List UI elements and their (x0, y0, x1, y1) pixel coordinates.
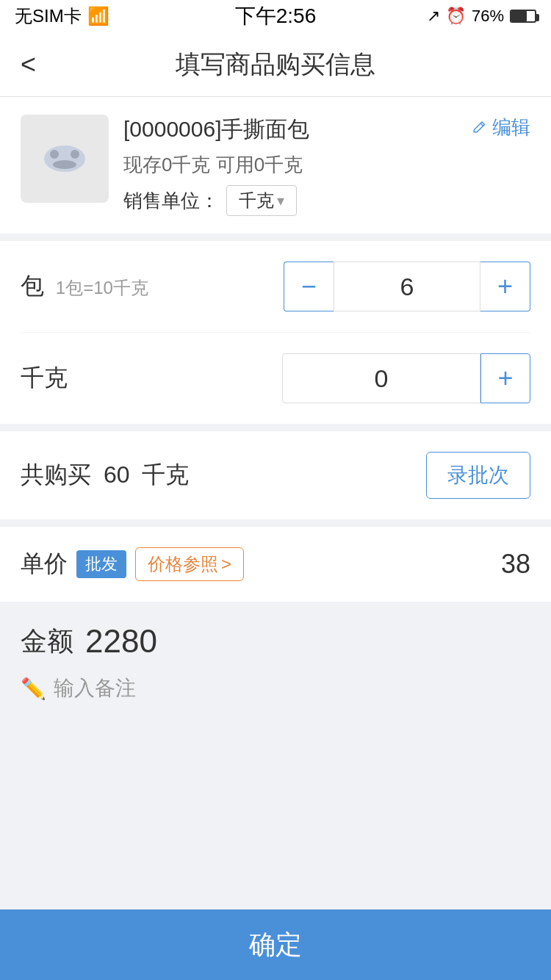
svg-point-1 (50, 150, 59, 159)
total-section: 共购买 60 千克 录批次 (0, 424, 551, 527)
confirm-button[interactable]: 确定 (0, 909, 551, 980)
carrier-text: 无SIM卡 (15, 4, 82, 28)
price-left: 单价 批发 价格参照 > (21, 547, 244, 581)
package-controls: − + (284, 262, 530, 311)
svg-point-3 (53, 160, 76, 169)
wifi-icon: 📶 (87, 6, 109, 26)
package-plus-btn[interactable]: + (480, 262, 530, 311)
battery-icon (510, 10, 536, 23)
amount-row: 金额 2280 (21, 623, 530, 674)
amount-label: 金额 (21, 624, 73, 660)
page-title: 填写商品购买信息 (176, 48, 375, 82)
batch-button[interactable]: 录批次 (426, 452, 530, 499)
product-info: [0000006]手撕面包 现存0千克 可用0千克 销售单位： 千克 ▾ (123, 115, 530, 216)
nav-bar: < 填写商品购买信息 (0, 32, 551, 97)
price-label: 单价 (21, 548, 68, 580)
alarm-icon: ⏰ (446, 7, 466, 26)
price-section: 单价 批发 价格参照 > 38 (0, 527, 551, 602)
input-section: 包 1包=10千克 − + 千克 + (0, 241, 551, 424)
pencil-icon: ✏️ (21, 677, 46, 701)
price-type-tag: 批发 (76, 550, 126, 578)
unit-label: 销售单位： (123, 188, 219, 214)
kg-input[interactable] (282, 353, 480, 403)
total-unit: 千克 (142, 461, 189, 488)
svg-line-4 (480, 123, 483, 126)
product-section: [0000006]手撕面包 现存0千克 可用0千克 销售单位： 千克 ▾ 编辑 (0, 97, 551, 241)
price-value: 38 (501, 549, 530, 580)
unit-select[interactable]: 千克 ▾ (226, 185, 297, 216)
status-bar: 无SIM卡 📶 下午2:56 ↗ ⏰ 76% (0, 0, 551, 32)
kg-label: 千克 (21, 362, 68, 394)
kg-input-row: 千克 + (21, 333, 530, 424)
total-amount: 60 (104, 461, 130, 488)
kg-controls: + (282, 353, 530, 403)
product-unit-row: 销售单位： 千克 ▾ (123, 185, 530, 216)
package-minus-btn[interactable]: − (284, 262, 334, 311)
battery-text: 76% (472, 7, 504, 26)
status-left: 无SIM卡 📶 (15, 4, 109, 28)
package-input-row: 包 1包=10千克 − + (21, 241, 530, 333)
note-row[interactable]: ✏️ 输入备注 (21, 674, 530, 723)
status-time: 下午2:56 (235, 2, 317, 30)
package-input[interactable] (334, 262, 480, 311)
amount-value: 2280 (85, 623, 157, 660)
price-ref-button[interactable]: 价格参照 > (135, 547, 244, 581)
location-icon: ↗ (427, 7, 440, 26)
package-hint: 1包=10千克 (56, 278, 148, 298)
package-label: 包 (21, 273, 44, 299)
edit-button[interactable]: 编辑 (472, 115, 530, 140)
svg-point-2 (71, 150, 79, 159)
price-ref-arrow: > (221, 554, 231, 574)
total-text: 共购买 60 千克 (21, 459, 189, 491)
price-ref-label: 价格参照 (148, 552, 218, 576)
note-placeholder: 输入备注 (54, 674, 136, 702)
product-image (21, 115, 109, 203)
product-name: [0000006]手撕面包 (123, 115, 530, 145)
product-stock: 现存0千克 可用0千克 (123, 152, 530, 178)
package-label-group: 包 1包=10千克 (21, 270, 148, 303)
status-right: ↗ ⏰ 76% (427, 7, 536, 26)
kg-plus-btn[interactable]: + (480, 353, 530, 403)
amount-section: 金额 2280 ✏️ 输入备注 (0, 602, 551, 723)
back-button[interactable]: < (21, 49, 36, 80)
